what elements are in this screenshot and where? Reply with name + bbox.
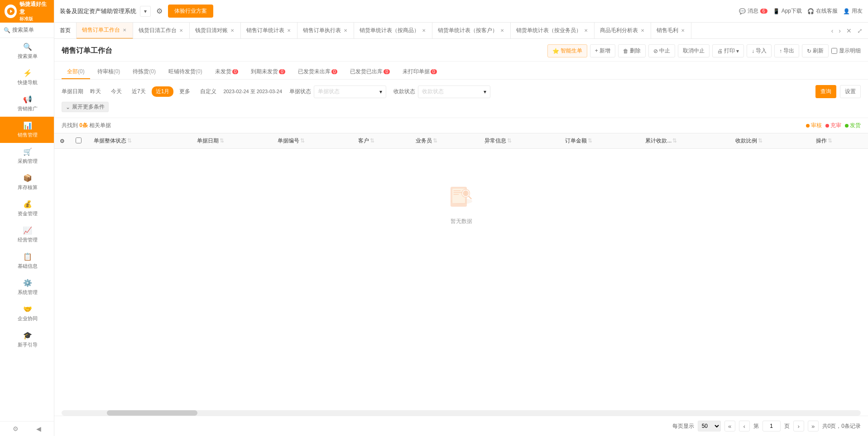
batch-audit-button[interactable]: 审核 bbox=[806, 122, 822, 129]
sub-tab-shipped-not-out[interactable]: 已发货未出库0 bbox=[293, 65, 343, 79]
sidebar-item-system[interactable]: ⚙️系统管理 bbox=[0, 274, 54, 300]
sort-icon-staff[interactable]: ⇅ bbox=[433, 137, 437, 144]
date-btn-近7天[interactable]: 近7天 bbox=[128, 86, 150, 97]
sub-tab-wangpu-pending[interactable]: 旺铺待发货(0) bbox=[163, 65, 208, 79]
sidebar-item-cooperation[interactable]: 🤝企业协同 bbox=[0, 300, 54, 327]
sidebar-collapse-btn[interactable]: ◀ bbox=[36, 425, 41, 432]
column-settings-icon[interactable]: ⚙ bbox=[60, 138, 65, 144]
tab-close-cash-daily[interactable]: ✕ bbox=[178, 28, 184, 33]
first-page-button[interactable]: « bbox=[724, 421, 735, 431]
date-btn-近1月[interactable]: 近1月 bbox=[152, 86, 174, 97]
print-button[interactable]: 🖨 打印 ▾ bbox=[712, 44, 744, 57]
tab-close-cash-reconcile[interactable]: ✕ bbox=[230, 28, 235, 33]
online-service-item[interactable]: 🎧 在线客服 bbox=[807, 7, 838, 15]
sort-icon-number[interactable]: ⇅ bbox=[300, 137, 305, 144]
per-page-select[interactable]: 102050100 bbox=[698, 421, 721, 431]
sub-tab-expired-not-shipped[interactable]: 到期未发货0 bbox=[245, 65, 291, 79]
tab-sales-profit[interactable]: 销售毛利✕ bbox=[651, 23, 691, 39]
sidebar-settings-btn[interactable]: ⚙ bbox=[13, 425, 19, 432]
sort-icon-actions[interactable]: ⇅ bbox=[828, 137, 832, 144]
delete-button[interactable]: 🗑 删除 bbox=[618, 44, 646, 57]
date-btn-自定义[interactable]: 自定义 bbox=[196, 86, 221, 97]
tab-gross-profit[interactable]: 商品毛利分析表✕ bbox=[595, 23, 651, 39]
sort-icon-collected[interactable]: ⇅ bbox=[672, 137, 677, 144]
expand-filter-button[interactable]: ⌄ 展开更多条件 bbox=[62, 102, 109, 112]
tab-prev-btn[interactable]: ‹ bbox=[830, 26, 835, 35]
batch-ship-button[interactable]: 发货 bbox=[845, 122, 861, 129]
stop-button[interactable]: ⊘ 中止 bbox=[648, 44, 675, 57]
date-btn-更多[interactable]: 更多 bbox=[175, 86, 194, 97]
import-button[interactable]: ↓ 导入 bbox=[747, 44, 772, 57]
sort-icon-customer[interactable]: ⇅ bbox=[370, 137, 374, 144]
query-button[interactable]: 查询 bbox=[815, 85, 836, 98]
sort-icon-abnormal[interactable]: ⇅ bbox=[507, 137, 512, 144]
col-checkbox[interactable] bbox=[70, 133, 88, 149]
sidebar-item-guide[interactable]: 🎓新手引导 bbox=[0, 327, 54, 353]
tab-sales-summary-product[interactable]: 销货单统计表（按商品）✕ bbox=[354, 23, 432, 39]
tab-sales-summary-staff[interactable]: 销货单统计表（按业务员）✕ bbox=[511, 23, 595, 39]
next-page-button[interactable]: › bbox=[793, 421, 804, 431]
sidebar-item-quick-nav[interactable]: ⚡快捷导航 bbox=[0, 64, 54, 90]
sort-icon-status[interactable]: ⇅ bbox=[127, 137, 132, 144]
status-select[interactable]: 单据状态 ▾ bbox=[314, 85, 386, 98]
sidebar-item-sales[interactable]: 📊销售管理 bbox=[0, 117, 54, 143]
sub-tab-all[interactable]: 全部(0) bbox=[62, 65, 90, 79]
sidebar-item-basic-info[interactable]: 📋基础信息 bbox=[0, 248, 54, 274]
filter-settings-button[interactable]: 设置 bbox=[840, 85, 861, 98]
tab-cash-daily[interactable]: 钱货日清工作台✕ bbox=[133, 23, 190, 39]
sidebar-item-search[interactable]: 🔍搜索菜单 bbox=[0, 38, 54, 64]
tab-close-gross-profit[interactable]: ✕ bbox=[640, 28, 645, 33]
sidebar-search[interactable]: 🔍 搜索菜单 bbox=[0, 23, 54, 38]
refresh-button[interactable]: ↻ 刷新 bbox=[802, 44, 829, 57]
tab-close-all-btn[interactable]: ✕ bbox=[844, 26, 854, 35]
tab-close-sales-summary-product[interactable]: ✕ bbox=[421, 28, 427, 33]
date-btn-昨天[interactable]: 昨天 bbox=[86, 86, 105, 97]
prev-page-button[interactable]: ‹ bbox=[739, 421, 750, 431]
page-input[interactable] bbox=[762, 421, 781, 431]
app-download-item[interactable]: 📱 App下载 bbox=[773, 7, 802, 15]
scrollbar-thumb[interactable] bbox=[107, 410, 197, 416]
cancel-stop-button[interactable]: 取消中止 bbox=[678, 44, 710, 57]
sub-tab-pending-inspect[interactable]: 待拣货(0) bbox=[127, 65, 161, 79]
sidebar-item-purchase[interactable]: 🛒采购管理 bbox=[0, 143, 54, 169]
sidebar-item-finance[interactable]: 💰资金管理 bbox=[0, 195, 54, 222]
tab-sales-summary-customer[interactable]: 销货单统计表（按客户）✕ bbox=[432, 23, 511, 39]
system-dropdown[interactable]: ▾ bbox=[140, 6, 151, 17]
show-detail-label[interactable]: 显示明细 bbox=[831, 47, 861, 55]
tab-close-sales-summary-customer[interactable]: ✕ bbox=[499, 28, 505, 33]
tab-close-sales-workbench[interactable]: ✕ bbox=[122, 27, 127, 33]
tab-close-sales-summary-staff[interactable]: ✕ bbox=[583, 28, 589, 33]
collection-select[interactable]: 收款状态 ▾ bbox=[418, 85, 490, 98]
tab-sales-execute[interactable]: 销售订单执行表✕ bbox=[297, 23, 354, 39]
date-btn-今天[interactable]: 今天 bbox=[107, 86, 126, 97]
batch-cancel-button[interactable]: 充审 bbox=[825, 122, 841, 129]
message-item[interactable]: 💬 消息 6 bbox=[739, 7, 767, 15]
user-item[interactable]: 👤 用友 bbox=[843, 7, 863, 15]
col-settings[interactable]: ⚙ bbox=[54, 133, 70, 149]
sidebar-item-operations[interactable]: 📈经营管理 bbox=[0, 222, 54, 248]
sub-tab-shipped-out[interactable]: 已发货已出库0 bbox=[345, 65, 395, 79]
sidebar-item-inventory[interactable]: 📦库存核算 bbox=[0, 169, 54, 195]
sub-tab-not-printed[interactable]: 未打印单据0 bbox=[397, 65, 442, 79]
tab-sales-workbench[interactable]: 销售订单工作台✕ bbox=[77, 23, 133, 39]
select-all-checkbox[interactable] bbox=[76, 137, 82, 143]
tab-home[interactable]: 首页 bbox=[54, 23, 77, 39]
tab-sales-stats[interactable]: 销售订单统计表✕ bbox=[241, 23, 297, 39]
sidebar-item-marketing[interactable]: 📢营销推广 bbox=[0, 90, 54, 117]
show-detail-checkbox[interactable] bbox=[831, 48, 837, 54]
topbar-settings-icon[interactable]: ⚙ bbox=[154, 5, 164, 17]
export-button[interactable]: ↑ 导出 bbox=[774, 44, 799, 57]
smart-create-button[interactable]: ⭐ 智能生单 bbox=[547, 44, 587, 57]
tab-close-sales-execute[interactable]: ✕ bbox=[343, 28, 348, 33]
add-button[interactable]: + 新增 bbox=[590, 44, 615, 57]
sort-icon-amount[interactable]: ⇅ bbox=[588, 137, 592, 144]
sort-icon-ratio[interactable]: ⇅ bbox=[758, 137, 762, 144]
solution-button[interactable]: 体验行业方案 bbox=[168, 5, 213, 18]
sort-icon-date[interactable]: ⇅ bbox=[220, 137, 224, 144]
sub-tab-not-shipped[interactable]: 未发货0 bbox=[210, 65, 244, 79]
tab-close-sales-stats[interactable]: ✕ bbox=[286, 28, 292, 33]
tab-next-btn[interactable]: › bbox=[837, 26, 843, 35]
tab-close-sales-profit[interactable]: ✕ bbox=[680, 28, 686, 33]
tab-cash-reconcile[interactable]: 钱货日清对账✕ bbox=[190, 23, 241, 39]
tab-maximize-btn[interactable]: ⤢ bbox=[855, 26, 864, 35]
